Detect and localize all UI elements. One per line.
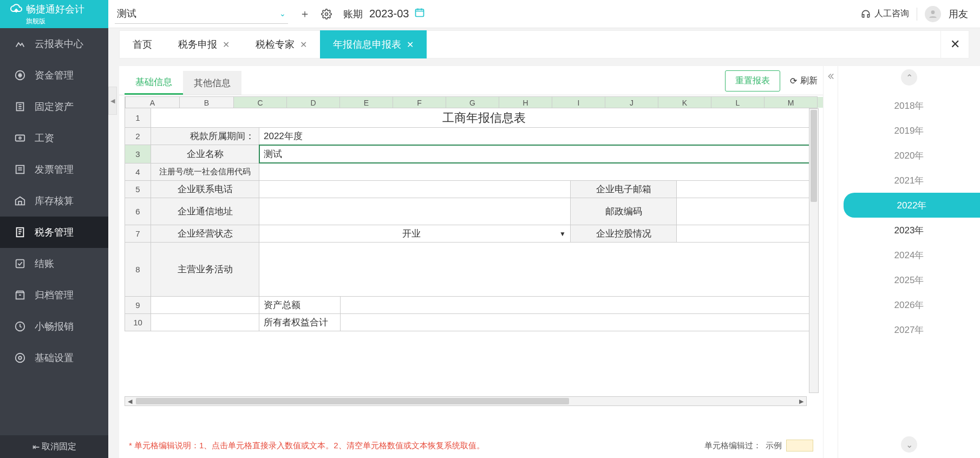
sidebar-item-salary[interactable]: 工资 [0, 122, 108, 154]
sidebar-item-close[interactable]: 结账 [0, 248, 108, 279]
row-header[interactable]: 3 [125, 145, 151, 163]
year-item[interactable]: 2026年 [838, 292, 980, 317]
cell-label[interactable]: 资产总额 [259, 297, 341, 313]
cell-label[interactable]: 企业电子邮箱 [571, 181, 677, 198]
col-header[interactable]: A [126, 97, 180, 108]
settings-icon[interactable] [321, 8, 332, 20]
scroll-right-icon[interactable]: ▶ [796, 398, 806, 405]
row-header[interactable]: 10 [125, 314, 151, 331]
row-header[interactable]: 4 [125, 163, 151, 180]
add-button[interactable]: ＋ [299, 8, 311, 20]
subtab-basic[interactable]: 基础信息 [125, 71, 183, 95]
year-item[interactable]: 2021年 [838, 168, 980, 193]
sidebar-item-tax[interactable]: 税务管理 [0, 217, 108, 248]
sidebar-item-funds[interactable]: 资金管理 [0, 60, 108, 91]
sidebar-item-archive[interactable]: 归档管理 [0, 279, 108, 311]
scroll-up-icon[interactable]: ⌃ [901, 69, 917, 86]
close-all-tabs[interactable]: ✕ [940, 31, 969, 58]
sheet-title[interactable]: 工商年报信息表 [151, 108, 817, 127]
cell-label[interactable]: 税款所属期间： [151, 128, 259, 145]
cell-label[interactable]: 企业经营状态 [151, 225, 259, 242]
year-item[interactable]: 2022年 [844, 193, 980, 218]
row-header[interactable]: 2 [125, 128, 151, 145]
row-header[interactable]: 7 [125, 225, 151, 242]
year-item[interactable]: 2027年 [838, 317, 980, 342]
vertical-scrollbar[interactable] [809, 108, 819, 393]
cell-company-name[interactable]: 测试 [259, 145, 817, 163]
company-selector[interactable]: 测试 ⌄ [115, 4, 288, 24]
cell-value[interactable] [259, 163, 817, 180]
sidebar-item-inventory[interactable]: 库存核算 [0, 185, 108, 217]
tab-tax-declare[interactable]: 税务申报✕ [165, 30, 243, 58]
col-header[interactable]: K [658, 97, 711, 108]
tab-home[interactable]: 首页 [120, 30, 165, 58]
sidebar-item-report-center[interactable]: 云报表中心 [0, 28, 108, 60]
cell-label[interactable]: 邮政编码 [571, 198, 677, 225]
row-header[interactable]: 1 [125, 108, 151, 127]
cell-value[interactable] [341, 297, 817, 313]
sidebar-item-invoice[interactable]: 发票管理 [0, 154, 108, 185]
sidebar-item-settings[interactable]: 基础设置 [0, 342, 108, 374]
col-header[interactable]: F [393, 97, 446, 108]
cell-value[interactable] [259, 243, 817, 296]
scroll-down-icon[interactable]: ⌄ [901, 436, 917, 453]
cell-value[interactable] [677, 198, 817, 225]
cell-value[interactable] [259, 181, 571, 198]
cell-label[interactable] [151, 314, 259, 331]
rail-collapse[interactable] [823, 66, 838, 458]
cell-label[interactable] [151, 297, 259, 313]
cell-label[interactable]: 所有者权益合计 [259, 314, 341, 331]
year-item[interactable]: 2018年 [838, 93, 980, 118]
year-item[interactable]: 2025年 [838, 267, 980, 292]
close-icon[interactable]: ✕ [407, 40, 414, 50]
subtab-other[interactable]: 其他信息 [183, 71, 241, 95]
cell-value[interactable] [677, 181, 817, 198]
cell-value[interactable] [341, 314, 817, 331]
cell-value[interactable]: 2022年度 [259, 128, 817, 145]
cell-label[interactable]: 企业名称 [151, 145, 259, 163]
avatar[interactable] [925, 6, 941, 22]
row-header[interactable]: 5 [125, 181, 151, 198]
col-header[interactable]: M [765, 97, 818, 108]
cell-label[interactable]: 主营业务活动 [151, 243, 259, 296]
consult-link[interactable]: 人工咨询 [860, 8, 909, 19]
year-item[interactable]: 2023年 [838, 218, 980, 243]
col-header[interactable]: C [234, 97, 287, 108]
refresh-button[interactable]: ⟳ 刷新 [790, 75, 818, 87]
cell-dropdown[interactable]: 开业▼ [259, 225, 571, 242]
scroll-thumb[interactable] [811, 110, 817, 202]
scroll-left-icon[interactable]: ◀ [125, 398, 135, 405]
username[interactable]: 用友 [949, 8, 968, 21]
col-header[interactable]: D [287, 97, 340, 108]
col-header[interactable]: L [711, 97, 765, 108]
sidebar-collapse-handle[interactable]: ◀ [108, 87, 117, 115]
col-header[interactable]: I [552, 97, 605, 108]
row-header[interactable]: 9 [125, 297, 151, 313]
row-header[interactable]: 8 [125, 243, 151, 296]
row-header[interactable]: 6 [125, 198, 151, 225]
col-header[interactable]: E [340, 97, 393, 108]
cell-label[interactable]: 企业通信地址 [151, 198, 259, 225]
cell-label[interactable]: 企业联系电话 [151, 181, 259, 198]
col-header[interactable]: J [605, 97, 658, 108]
cell-label[interactable]: 注册号/统一社会信用代码 [151, 163, 259, 180]
year-item[interactable]: 2019年 [838, 118, 980, 143]
sidebar-item-fixed-assets[interactable]: 固定资产 [0, 91, 108, 122]
close-icon[interactable]: ✕ [223, 40, 230, 50]
col-header[interactable]: B [180, 97, 234, 108]
sidebar-item-reimburse[interactable]: 小畅报销 [0, 311, 108, 342]
col-header[interactable]: G [446, 97, 499, 108]
cell-value[interactable] [259, 198, 571, 225]
cell-value[interactable] [677, 225, 817, 242]
close-icon[interactable]: ✕ [300, 40, 307, 50]
sidebar-unpin[interactable]: ⇤ 取消固定 [0, 435, 108, 458]
tab-annual-report[interactable]: 年报信息申报表✕ [320, 30, 427, 58]
year-item[interactable]: 2024年 [838, 243, 980, 267]
calendar-icon[interactable] [414, 7, 425, 21]
cell-label[interactable]: 企业控股情况 [571, 225, 677, 242]
tab-tax-check[interactable]: 税检专家✕ [243, 30, 320, 58]
scroll-thumb[interactable] [136, 398, 569, 404]
year-item[interactable]: 2020年 [838, 143, 980, 168]
reset-button[interactable]: 重置报表 [725, 70, 780, 91]
horizontal-scrollbar[interactable]: ◀ ▶ [125, 396, 807, 406]
